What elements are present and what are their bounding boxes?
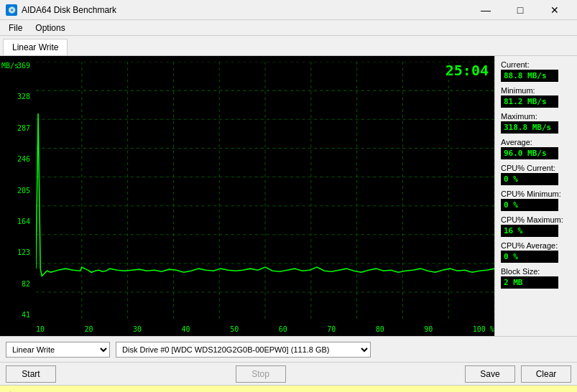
chart-svg bbox=[36, 62, 494, 320]
stat-cpu-average: CPU% Average: 0 % bbox=[501, 241, 571, 263]
y-label-82: 82 bbox=[22, 280, 30, 288]
minimize-button[interactable]: — bbox=[469, 3, 502, 17]
x-label-20: 20 bbox=[85, 325, 93, 333]
stats-panel: Current: 88.8 MB/s Minimum: 81.2 MB/s Ma… bbox=[494, 56, 577, 336]
stat-maximum-label: Maximum: bbox=[501, 112, 571, 121]
stat-minimum: Minimum: 81.2 MB/s bbox=[501, 86, 571, 108]
maximize-button[interactable]: □ bbox=[504, 3, 537, 17]
stat-average-value: 96.0 MB/s bbox=[501, 147, 558, 159]
stat-block-size: Block Size: 2 MB bbox=[501, 267, 571, 289]
stop-button[interactable]: Stop bbox=[236, 365, 286, 383]
y-label-164: 164 bbox=[17, 218, 30, 225]
stat-minimum-value: 81.2 MB/s bbox=[501, 95, 558, 108]
stat-cpu-maximum: CPU% Maximum: 16 % bbox=[501, 215, 571, 237]
stat-cpu-maximum-label: CPU% Maximum: bbox=[501, 215, 571, 224]
menu-file[interactable]: File bbox=[3, 22, 28, 34]
clear-button[interactable]: Clear bbox=[521, 365, 571, 383]
stat-current-label: Current: bbox=[501, 60, 571, 69]
x-label-90: 90 bbox=[424, 325, 433, 333]
disk-select[interactable]: Disk Drive #0 [WDC WDS120G2G0B-00EPW0] (… bbox=[116, 342, 371, 358]
stat-block-size-value: 2 MB bbox=[501, 276, 558, 289]
y-label-123: 123 bbox=[17, 248, 30, 256]
close-button[interactable]: ✕ bbox=[538, 3, 571, 17]
window-title: AIDA64 Disk Benchmark bbox=[22, 5, 116, 15]
controls-row: Linear Write Disk Drive #0 [WDC WDS120G2… bbox=[0, 336, 577, 362]
x-label-30: 30 bbox=[133, 325, 142, 333]
stat-maximum-value: 318.8 MB/s bbox=[501, 121, 558, 134]
test-type-select[interactable]: Linear Write bbox=[6, 342, 110, 358]
stat-cpu-average-label: CPU% Average: bbox=[501, 241, 571, 250]
y-label-328: 328 bbox=[17, 93, 30, 101]
start-button[interactable]: Start bbox=[6, 365, 56, 383]
warning-icon: ⚠ bbox=[6, 389, 15, 393]
stat-cpu-current-label: CPU% Current: bbox=[501, 164, 571, 172]
stat-cpu-minimum-label: CPU% Minimum: bbox=[501, 190, 571, 198]
y-label-369: 369 bbox=[17, 62, 30, 70]
tab-linear-write[interactable]: Linear Write bbox=[3, 39, 68, 55]
chart-area: MB/s 25:04 369 328 287 246 205 164 123 8… bbox=[0, 56, 494, 336]
y-label-41: 41 bbox=[22, 311, 30, 319]
x-axis: 10 20 30 40 50 60 70 80 90 100 % bbox=[36, 325, 494, 333]
stat-current-value: 88.8 MB/s bbox=[501, 70, 558, 82]
main-content: MB/s 25:04 369 328 287 246 205 164 123 8… bbox=[0, 56, 577, 336]
menu-bar: File Options bbox=[0, 20, 577, 36]
y-label-246: 246 bbox=[17, 155, 30, 163]
y-axis: 369 328 287 246 205 164 123 82 41 bbox=[0, 62, 33, 319]
x-label-100: 100 % bbox=[473, 325, 494, 333]
stat-cpu-current-value: 0 % bbox=[501, 173, 558, 185]
save-button[interactable]: Save bbox=[465, 365, 515, 383]
buttons-row: Start Stop Save Clear bbox=[0, 362, 577, 385]
app-icon: 💿 bbox=[6, 4, 17, 16]
window-controls: — □ ✕ bbox=[469, 3, 571, 17]
y-label-205: 205 bbox=[17, 187, 30, 195]
x-label-60: 60 bbox=[279, 325, 287, 333]
tab-bar: Linear Write bbox=[0, 36, 577, 56]
menu-options[interactable]: Options bbox=[29, 22, 70, 34]
stat-average: Average: 96.0 MB/s bbox=[501, 138, 571, 159]
stat-block-size-label: Block Size: bbox=[501, 267, 571, 276]
stat-minimum-label: Minimum: bbox=[501, 86, 571, 95]
x-label-70: 70 bbox=[327, 325, 336, 333]
stat-cpu-minimum: CPU% Minimum: 0 % bbox=[501, 190, 571, 211]
title-bar: 💿 AIDA64 Disk Benchmark — □ ✕ bbox=[0, 0, 577, 20]
x-label-50: 50 bbox=[230, 325, 239, 333]
stat-cpu-minimum-value: 0 % bbox=[501, 199, 558, 211]
stat-maximum: Maximum: 318.8 MB/s bbox=[501, 112, 571, 134]
warning-bar: ⚠ Write tests will DESTROY ALL DATA on t… bbox=[0, 385, 577, 392]
stat-cpu-average-value: 0 % bbox=[501, 251, 558, 263]
stat-cpu-maximum-value: 16 % bbox=[501, 225, 558, 237]
x-label-80: 80 bbox=[376, 325, 384, 333]
stat-cpu-current: CPU% Current: 0 % bbox=[501, 164, 571, 185]
stat-average-label: Average: bbox=[501, 138, 571, 146]
x-label-40: 40 bbox=[182, 325, 190, 333]
stat-current: Current: 88.8 MB/s bbox=[501, 60, 571, 82]
x-label-10: 10 bbox=[36, 325, 45, 333]
y-label-287: 287 bbox=[17, 124, 30, 132]
